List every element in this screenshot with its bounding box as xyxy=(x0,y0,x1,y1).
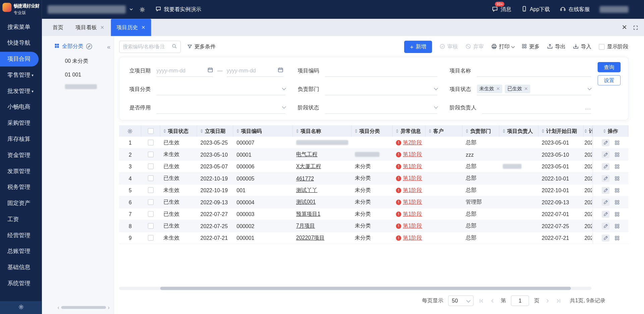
sidebar-item[interactable]: 库存核算 xyxy=(0,131,42,147)
row-checkbox[interactable] xyxy=(148,140,154,145)
col-header-actions[interactable]: 操作 xyxy=(593,125,629,137)
tag-remove-icon[interactable]: ✕ xyxy=(496,86,500,92)
col-header-start-date[interactable]: 立项日期 xyxy=(197,125,233,137)
edit-icon[interactable] xyxy=(602,151,609,158)
project-code-input[interactable] xyxy=(325,67,438,73)
dept-select[interactable] xyxy=(325,83,438,95)
row-checkbox[interactable] xyxy=(148,163,154,169)
category-title[interactable]: 全部分类 xyxy=(62,43,84,50)
date-to-input[interactable] xyxy=(227,64,283,77)
import-button[interactable]: 导入 xyxy=(573,43,591,51)
scroll-right-icon[interactable]: › xyxy=(108,305,110,310)
col-header-customer[interactable]: 客户 xyxy=(426,125,463,137)
category-select[interactable] xyxy=(157,83,285,95)
sidebar-item[interactable]: 税务管理 xyxy=(0,179,42,195)
sidebar-settings-button[interactable] xyxy=(0,301,42,314)
edit-category-icon[interactable] xyxy=(86,43,93,50)
audit-button[interactable]: 审核 xyxy=(439,43,458,51)
status-select[interactable]: 未生效✕ 已生效✕ xyxy=(477,83,591,95)
col-header-clipped[interactable]: 计 xyxy=(584,125,593,137)
project-name-link[interactable]: 预算项目1 xyxy=(296,210,321,218)
sidebar-item[interactable]: 基础信息 xyxy=(0,259,42,275)
sidebar-item[interactable]: 经营管理 xyxy=(0,227,42,243)
first-page-button[interactable] xyxy=(479,298,485,304)
sidebar-item[interactable]: 工资 xyxy=(0,211,42,227)
edit-icon[interactable] xyxy=(602,175,609,182)
last-page-button[interactable] xyxy=(555,298,561,304)
exception-link[interactable]: 第1阶段... xyxy=(403,174,422,182)
more-button[interactable]: 更多 xyxy=(522,43,540,51)
project-name-link[interactable]: 测试001 xyxy=(296,198,316,206)
prev-page-button[interactable] xyxy=(490,298,496,304)
ellipsis-icon[interactable]: ... xyxy=(585,104,591,110)
exception-link[interactable]: 第1阶段... xyxy=(403,151,422,158)
sidebar-item[interactable]: 零售管理▾ xyxy=(0,67,42,83)
tab-project-board[interactable]: 项目看板✕ xyxy=(70,19,110,36)
unaudit-button[interactable]: 弃审 xyxy=(465,43,484,51)
edit-icon[interactable] xyxy=(602,211,609,218)
exception-link[interactable]: 第1阶段... xyxy=(403,198,422,206)
sidebar-item[interactable]: 发票管理 xyxy=(0,163,42,179)
page-number-input[interactable] xyxy=(511,295,529,306)
exception-link[interactable]: 第1阶段... xyxy=(403,187,422,194)
col-header-code[interactable]: 项目编码 xyxy=(233,125,293,137)
sidebar-item[interactable]: 快捷导航 xyxy=(0,35,42,51)
export-button[interactable]: 导出 xyxy=(547,43,566,51)
query-button[interactable]: 查询 xyxy=(598,62,621,72)
project-name-link[interactable]: 7月项目 xyxy=(296,222,315,229)
col-header-leader[interactable]: 项目负责人 xyxy=(499,125,538,137)
more-actions-icon[interactable] xyxy=(614,188,620,193)
close-tab-icon[interactable]: ✕ xyxy=(141,24,145,30)
settings-button[interactable]: 设置 xyxy=(598,75,621,86)
add-button[interactable]: +新增 xyxy=(404,41,432,53)
sidebar-item[interactable]: 资金管理 xyxy=(0,147,42,163)
col-header-dept[interactable]: 负责部门 xyxy=(463,125,499,137)
org-selector[interactable] xyxy=(48,5,133,13)
date-to-field[interactable] xyxy=(227,67,278,73)
edit-icon[interactable] xyxy=(602,163,609,170)
next-page-button[interactable] xyxy=(544,298,550,304)
sidebar-item[interactable]: 小畅电商 xyxy=(0,99,42,115)
col-header-name[interactable]: 项目名称 xyxy=(293,125,352,137)
project-name-link[interactable]: 202207项目 xyxy=(296,234,325,242)
sidebar-item[interactable]: 项目合同 xyxy=(0,52,39,66)
search-icon[interactable] xyxy=(172,44,177,50)
demo-link[interactable]: 我要看实例演示 xyxy=(155,6,201,13)
more-actions-icon[interactable] xyxy=(614,211,620,217)
col-header-plan-start[interactable]: 计划开始日期 xyxy=(538,125,584,137)
messages-button[interactable]: 99+ 消息 xyxy=(492,6,512,13)
row-checkbox[interactable] xyxy=(148,223,154,229)
category-item[interactable]: 00 未分类 xyxy=(42,54,114,68)
col-header-category[interactable]: 项目分类 xyxy=(352,125,392,137)
exception-link[interactable]: 第1阶段... xyxy=(403,234,422,242)
tab-project-history[interactable]: 项目历史✕ xyxy=(111,19,151,36)
category-item[interactable]: 01 001 xyxy=(42,68,114,81)
exception-link[interactable]: 第1阶段... xyxy=(403,222,422,229)
more-actions-icon[interactable] xyxy=(614,223,620,229)
more-actions-icon[interactable] xyxy=(614,175,620,181)
project-name-link[interactable]: 测试丫丫 xyxy=(296,187,318,194)
calendar-icon[interactable] xyxy=(278,67,283,74)
exception-link[interactable]: 第2阶段... xyxy=(403,139,422,146)
sidebar-item[interactable]: 总账管理 xyxy=(0,243,42,259)
select-all-checkbox[interactable] xyxy=(148,128,153,134)
redacted-username[interactable] xyxy=(600,6,629,13)
page-size-select[interactable]: 50 xyxy=(448,295,474,306)
sidebar-item[interactable]: 固定资产 xyxy=(0,195,42,211)
sidebar-item[interactable]: 批发管理▾ xyxy=(0,83,42,99)
project-name-link[interactable]: X大厦工程 xyxy=(296,163,321,170)
row-checkbox[interactable] xyxy=(148,211,154,217)
fullscreen-icon[interactable] xyxy=(633,25,638,30)
search-input[interactable] xyxy=(123,44,169,50)
date-from-input[interactable] xyxy=(157,64,213,77)
close-all-tabs-icon[interactable]: ✕ xyxy=(622,24,627,31)
sidebar-item[interactable]: 采购管理 xyxy=(0,115,42,131)
row-checkbox[interactable] xyxy=(148,199,154,205)
exception-link[interactable]: 第1阶段... xyxy=(403,210,422,218)
stage-owner-field[interactable] xyxy=(482,104,586,110)
scrollbar-thumb[interactable] xyxy=(61,306,106,309)
project-name-input[interactable] xyxy=(477,67,591,73)
edit-icon[interactable] xyxy=(602,234,609,242)
date-from-field[interactable] xyxy=(157,67,208,73)
row-checkbox[interactable] xyxy=(148,152,154,157)
